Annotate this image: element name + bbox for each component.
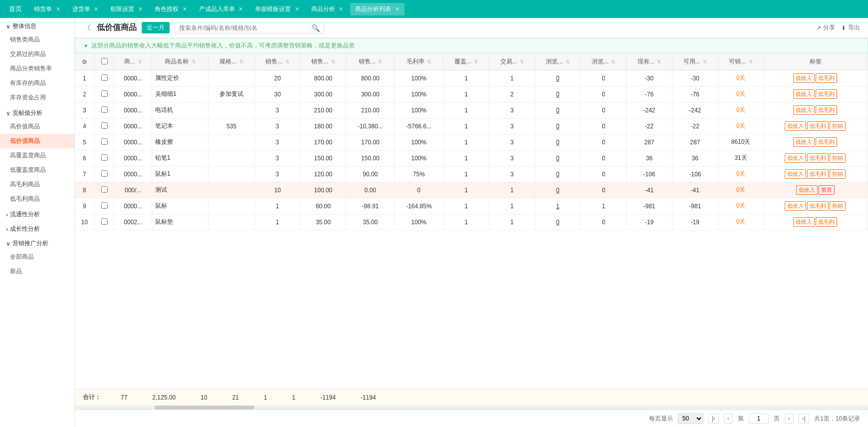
nav-inbound-close[interactable]: ✕ bbox=[238, 6, 243, 12]
nav-analysis[interactable]: 商品分析 ✕ bbox=[306, 3, 349, 15]
sort-icon-spec[interactable]: ⇅ bbox=[239, 59, 243, 64]
nav-sales-close[interactable]: ✕ bbox=[56, 6, 60, 12]
cell-tags: 低收入低毛利 bbox=[764, 214, 868, 230]
cell-checkbox[interactable] bbox=[94, 214, 114, 230]
sidebar-group-flow[interactable]: › 流通性分析 bbox=[0, 206, 74, 221]
cell-spec bbox=[209, 214, 255, 230]
sidebar-group-marketing[interactable]: ∨ 营销推广分析 bbox=[0, 235, 74, 250]
search-icon[interactable]: 🔍 bbox=[311, 24, 320, 32]
prev-page-btn[interactable]: ‹ bbox=[724, 414, 733, 424]
sort-icon-coverage[interactable]: ⇅ bbox=[474, 59, 478, 64]
nav-permission-close[interactable]: ✕ bbox=[138, 6, 143, 12]
nav-purchase-close[interactable]: ✕ bbox=[94, 6, 98, 12]
sort-icon-b1[interactable]: ⇅ bbox=[566, 59, 570, 64]
sort-icon-tx[interactable]: ⇅ bbox=[520, 59, 524, 64]
nav-home[interactable]: 首页 bbox=[4, 2, 27, 15]
nav-analysis-list[interactable]: 商品分析列表 ✕ bbox=[350, 3, 405, 15]
sort-icon-avail[interactable]: ⇅ bbox=[703, 59, 707, 64]
nav-role[interactable]: 角色授权 ✕ bbox=[150, 3, 192, 15]
row-checkbox[interactable] bbox=[101, 122, 108, 129]
select-all-checkbox[interactable] bbox=[101, 58, 108, 64]
cell-gross: 75% bbox=[395, 166, 443, 182]
nav-sales[interactable]: 销货单 ✕ bbox=[29, 3, 65, 15]
row-checkbox[interactable] bbox=[101, 186, 108, 193]
col-settings[interactable]: ⚙ bbox=[75, 53, 94, 70]
cell-browse1[interactable]: 0 bbox=[535, 182, 581, 198]
first-page-btn[interactable]: |‹ bbox=[708, 414, 719, 424]
sidebar-item-traded-products[interactable]: 交易过的商品 bbox=[0, 47, 74, 61]
sort-icon-name[interactable]: ⇅ bbox=[192, 59, 196, 64]
sidebar-group-growth[interactable]: › 成长性分析 bbox=[0, 221, 74, 235]
row-checkbox[interactable] bbox=[101, 74, 108, 81]
horizontal-scrollbar[interactable] bbox=[75, 406, 868, 410]
cell-checkbox[interactable] bbox=[94, 198, 114, 214]
cell-browse1[interactable]: 0 bbox=[535, 150, 581, 166]
export-button[interactable]: ⬇ 导出 bbox=[841, 23, 860, 32]
cell-browse1[interactable]: 0 bbox=[535, 166, 581, 182]
cell-checkbox[interactable] bbox=[94, 86, 114, 102]
nav-permission[interactable]: 权限设置 ✕ bbox=[105, 3, 148, 15]
period-button[interactable]: 近一月 bbox=[142, 22, 170, 33]
search-input[interactable] bbox=[179, 24, 308, 31]
nav-analysis-close[interactable]: ✕ bbox=[339, 6, 343, 12]
nav-analysis-list-close[interactable]: ✕ bbox=[395, 6, 400, 12]
col-checkbox[interactable] bbox=[94, 53, 114, 70]
sort-icon-gross[interactable]: ⇅ bbox=[427, 59, 431, 64]
cell-browse1[interactable]: 0 bbox=[535, 102, 581, 118]
cell-browse1[interactable]: 0 bbox=[535, 118, 581, 134]
cell-checkbox[interactable] bbox=[94, 150, 114, 166]
page-input[interactable] bbox=[749, 414, 769, 424]
row-checkbox[interactable] bbox=[101, 90, 108, 97]
sidebar-item-low-value[interactable]: 低价值商品 bbox=[0, 134, 74, 148]
cell-browse1[interactable]: 0 bbox=[535, 134, 581, 150]
cell-checkbox[interactable] bbox=[94, 70, 114, 86]
last-page-btn[interactable]: ›| bbox=[799, 414, 809, 424]
sort-icon-b2[interactable]: ⇅ bbox=[611, 59, 615, 64]
sidebar-item-stock-funds[interactable]: 库存资金占用 bbox=[0, 90, 74, 105]
cell-browse1[interactable]: 0 bbox=[535, 214, 581, 230]
col-browse2: 浏览... ⇅ bbox=[581, 53, 627, 70]
sort-icon-code[interactable]: ⇅ bbox=[138, 59, 142, 64]
sort-icon-cur[interactable]: ⇅ bbox=[657, 59, 661, 64]
sidebar-item-high-coverage[interactable]: 高覆盖度商品 bbox=[0, 148, 74, 163]
nav-template[interactable]: 单据模板设置 ✕ bbox=[250, 3, 304, 15]
row-checkbox[interactable] bbox=[101, 138, 108, 145]
nav-purchase[interactable]: 进货单 ✕ bbox=[67, 3, 104, 15]
nav-template-close[interactable]: ✕ bbox=[295, 6, 299, 12]
cell-browse1[interactable]: 0 bbox=[535, 70, 581, 86]
sort-icon-profit[interactable]: ⇅ bbox=[378, 59, 382, 64]
sidebar-group-contribution[interactable]: ∨ 贡献值分析 bbox=[0, 105, 74, 119]
row-checkbox[interactable] bbox=[101, 154, 108, 161]
sidebar-item-low-coverage[interactable]: 低覆盖度商品 bbox=[0, 163, 74, 177]
cell-checkbox[interactable] bbox=[94, 118, 114, 134]
cell-checkbox[interactable] bbox=[94, 102, 114, 118]
next-page-btn[interactable]: › bbox=[785, 414, 794, 424]
nav-role-close[interactable]: ✕ bbox=[183, 6, 187, 12]
per-page-select[interactable]: 50 100 200 bbox=[678, 413, 703, 424]
sidebar-item-new-products[interactable]: 新品 bbox=[0, 264, 74, 279]
sidebar-collapse-btn[interactable]: 《 bbox=[83, 22, 92, 33]
sort-icon-qty[interactable]: ⇅ bbox=[285, 59, 289, 64]
sidebar-item-high-value[interactable]: 高价值商品 bbox=[0, 119, 74, 134]
row-checkbox[interactable] bbox=[101, 218, 108, 225]
sidebar-group-overall[interactable]: ∨ 整体信息 bbox=[0, 18, 74, 32]
sidebar-item-stock-products[interactable]: 有库存的商品 bbox=[0, 76, 74, 90]
cell-no: 2 bbox=[75, 86, 94, 102]
sidebar-item-category-rate[interactable]: 商品分类销售率 bbox=[0, 61, 74, 76]
sort-icon-sell[interactable]: ⇅ bbox=[749, 59, 753, 64]
sidebar-item-all-products[interactable]: 全部商品 bbox=[0, 250, 74, 264]
cell-checkbox[interactable] bbox=[94, 166, 114, 182]
nav-inbound[interactable]: 产成品入库单 ✕ bbox=[194, 3, 248, 15]
sidebar-item-high-margin[interactable]: 高毛利商品 bbox=[0, 177, 74, 192]
row-checkbox[interactable] bbox=[101, 106, 108, 113]
sort-icon-amount[interactable]: ⇅ bbox=[331, 59, 335, 64]
cell-browse1[interactable]: 0 bbox=[535, 86, 581, 102]
cell-checkbox[interactable] bbox=[94, 182, 114, 198]
row-checkbox[interactable] bbox=[101, 202, 108, 209]
row-checkbox[interactable] bbox=[101, 170, 108, 177]
share-button[interactable]: ↗ 分享 bbox=[816, 23, 835, 32]
sidebar-item-low-margin[interactable]: 低毛利商品 bbox=[0, 192, 74, 206]
sidebar-item-sales-products[interactable]: 销售类商品 bbox=[0, 32, 74, 47]
cell-checkbox[interactable] bbox=[94, 134, 114, 150]
cell-browse1[interactable]: 1 bbox=[535, 198, 581, 214]
